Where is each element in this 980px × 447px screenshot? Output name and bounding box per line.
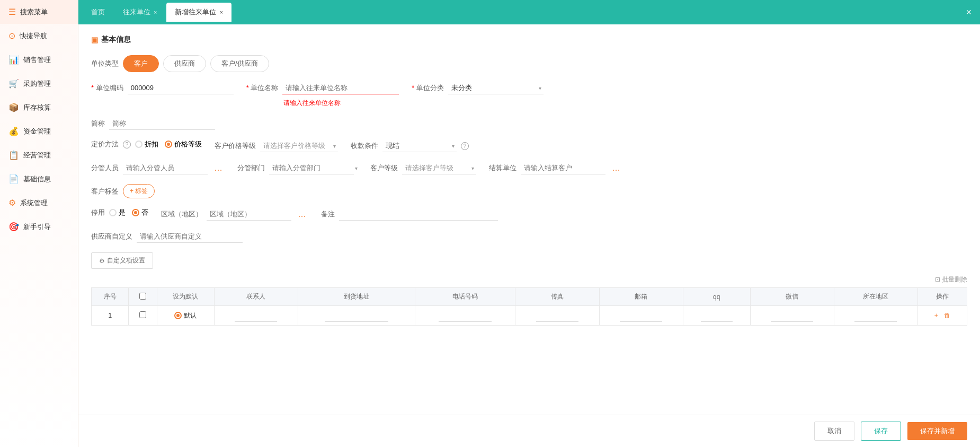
cell-wechat[interactable] [750,306,834,326]
tab-home[interactable]: 首页 [83,3,113,22]
sidebar-item-sales[interactable]: 📊 销售管理 [0,48,78,72]
finance-icon: 💰 [8,126,19,136]
sidebar-item-finance[interactable]: 💰 资金管理 [0,119,78,143]
customer-price-label: 客户价格等级 [215,141,256,151]
cell-region[interactable] [834,306,917,326]
batch-delete-area: ⊡ 批量删除 [91,275,967,284]
radio-discount[interactable]: 折扣 [135,139,158,149]
short-name-input[interactable] [109,117,215,130]
region-dots-icon[interactable]: … [296,209,308,219]
contact-input[interactable] [235,309,277,322]
unit-name-input[interactable] [282,82,399,94]
pricing-help-icon[interactable]: ? [123,141,131,148]
dept-input[interactable] [269,162,354,174]
tab-partner[interactable]: 往来单位 × [114,3,165,22]
tab-partner-label: 往来单位 [123,7,150,17]
row-checkbox[interactable] [139,311,146,318]
qq-input[interactable] [701,309,733,322]
disable-radio-group: 是 否 [109,208,148,217]
type-btn-supplier[interactable]: 供应商 [163,55,206,72]
sidebar-label-guide: 新手引导 [23,222,51,232]
sidebar-item-system[interactable]: ⚙ 系统管理 [0,191,78,215]
radio-price-level[interactable]: 价格等级 [165,139,202,149]
guide-icon: 🎯 [8,222,19,232]
customer-price-group: 客户价格等级 请选择客户价格等级 ▾ [215,139,338,152]
tab-new-partner[interactable]: 新增往来单位 × [166,3,231,22]
tab-new-partner-label: 新增往来单位 [175,7,216,17]
disable-label: 停用 [91,208,105,217]
sidebar-item-purchase[interactable]: 🛒 采购管理 [0,72,78,95]
custom-settings-button[interactable]: ⚙ 自定义项设置 [91,252,153,269]
custom-settings-label: 自定义项设置 [107,256,145,265]
cell-fax[interactable] [515,306,599,326]
disable-row: 停用 是 否 区域（地区） … [91,208,967,221]
default-radio[interactable]: 默认 [163,311,209,320]
table-row: 1 默认 [92,306,967,326]
purchase-icon: 🛒 [8,78,19,89]
cell-qq[interactable] [683,306,750,326]
dept-label: 分管部门 [237,163,265,173]
batch-delete-label[interactable]: 批量删除 [942,276,967,283]
cell-checkbox[interactable] [129,306,157,326]
search-icon: ☰ [8,7,16,17]
th-wechat: 微信 [750,288,834,306]
address-input[interactable] [325,309,388,322]
manager-row: 分管人员 … 分管部门 ▾ 客户等级 请选择客户等级 [91,162,967,174]
settlement-input[interactable] [521,162,605,174]
type-btn-both[interactable]: 客户/供应商 [210,55,269,72]
cell-contact[interactable] [214,306,298,326]
th-default: 设为默认 [157,288,214,306]
phone-input[interactable] [439,309,492,322]
payment-help-icon[interactable]: ? [461,142,469,150]
add-row-icon[interactable]: + [934,312,938,319]
sidebar-item-guide[interactable]: 🎯 新手引导 [0,215,78,239]
manager-dots-icon[interactable]: … [212,163,225,173]
settlement-group: 结算单位 … [489,162,622,174]
region-input[interactable] [207,208,291,221]
type-btn-customer[interactable]: 客户 [123,55,159,72]
save-button[interactable]: 保存 [861,422,901,441]
sidebar-label-inventory: 库存核算 [23,103,51,112]
cancel-button[interactable]: 取消 [814,422,854,441]
pricing-radio-group: 折扣 价格等级 [135,139,202,149]
unit-type-row: 单位类型 客户 供应商 客户/供应商 [91,55,967,72]
sales-icon: 📊 [8,55,19,65]
sidebar-item-quicknav[interactable]: ⊙ 快捷导航 [0,24,78,48]
cell-address[interactable] [298,306,415,326]
settlement-dots-icon[interactable]: … [610,163,622,173]
sidebar-item-search[interactable]: ☰ 搜索菜单 [0,0,78,24]
tab-new-partner-close[interactable]: × [219,9,222,15]
delete-row-icon[interactable]: 🗑 [944,312,950,319]
unit-category-group: 单位分类 未分类 ▾ [412,82,544,94]
window-close-icon[interactable]: × [966,7,972,18]
radio-yes[interactable]: 是 [109,208,126,217]
customer-price-select[interactable]: 请选择客户价格等级 [260,139,338,152]
sidebar-item-operations[interactable]: 📋 经营管理 [0,143,78,167]
email-input[interactable] [620,309,662,322]
wechat-input[interactable] [771,309,813,322]
tag-add-button[interactable]: + 标签 [123,184,155,198]
sidebar-item-basic[interactable]: 📄 基础信息 [0,167,78,191]
table-select-all[interactable] [139,293,146,300]
radio-no[interactable]: 否 [132,208,148,217]
tab-partner-close[interactable]: × [154,9,157,15]
customer-level-select[interactable]: 请选择客户等级 [402,162,476,174]
unit-category-label: 单位分类 [412,83,444,93]
cell-email[interactable] [599,306,683,326]
note-input[interactable] [339,208,498,221]
payment-terms-select[interactable]: 现结 [382,139,457,152]
region-cell-input[interactable] [854,309,897,322]
unit-category-select[interactable]: 未分类 [448,82,544,94]
unit-code-input[interactable] [128,82,234,94]
save-new-button[interactable]: 保存并新增 [907,422,967,440]
fax-input[interactable] [536,309,578,322]
default-label: 默认 [184,311,197,320]
manager-input[interactable] [123,162,208,174]
cell-phone[interactable] [415,306,515,326]
sidebar-item-inventory[interactable]: 📦 库存核算 [0,95,78,119]
short-name-row: 简称 [91,117,967,130]
supplier-custom-input[interactable] [137,230,243,243]
supplier-custom-label: 供应商自定义 [91,232,132,241]
radio-discount-circle [135,141,142,148]
pricing-row: 定价方法 ? 折扣 价格等级 客户价格等级 [91,139,967,152]
